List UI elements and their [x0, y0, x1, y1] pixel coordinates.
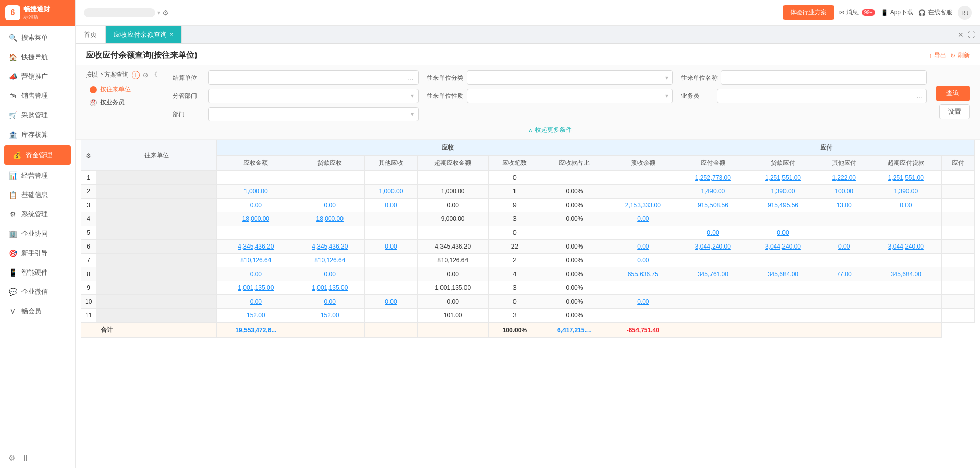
table-cell-link[interactable]: 1,390.00 — [870, 185, 942, 199]
filter-unit-nature-input[interactable]: ▾ — [467, 89, 673, 103]
table-cell-link[interactable]: 1,490.00 — [678, 185, 748, 199]
total-rec-prepay[interactable]: 6,417,215.... — [541, 323, 608, 338]
tab-active[interactable]: 应收应付余额查询 × — [106, 26, 182, 43]
table-cell-link[interactable]: 0.00 — [870, 199, 942, 212]
table-cell-link[interactable]: 77.00 — [818, 267, 870, 281]
table-cell-link[interactable]: 100.00 — [818, 185, 870, 199]
sidebar-item-system[interactable]: ⚙系统管理 — [0, 205, 75, 224]
sidebar-item-search[interactable]: 🔍搜索菜单 — [0, 28, 75, 47]
table-cell-link[interactable]: 0.00 — [295, 199, 365, 212]
table-settings-icon[interactable]: ⚙ — [86, 152, 91, 159]
user-avatar[interactable]: Rit — [958, 6, 972, 20]
table-cell-link[interactable]: 1,251,551.00 — [748, 171, 818, 185]
table-cell-link[interactable]: 345,684.00 — [870, 267, 942, 281]
table-cell-link[interactable]: 0.00 — [608, 254, 678, 267]
sidebar-item-finance[interactable]: 💰资金管理 — [4, 145, 71, 165]
table-cell-link[interactable]: 1,000.00 — [365, 185, 417, 199]
scheme-salesman[interactable]: ⏰ 按业务员 — [86, 96, 167, 109]
scheme-unit[interactable]: 按往来单位 — [86, 83, 167, 96]
table-cell-link[interactable]: 0.00 — [678, 226, 748, 240]
tab-close-icon[interactable]: × — [170, 32, 173, 37]
filter-settlement-input[interactable]: … — [208, 70, 419, 85]
table-cell-link[interactable]: 915,508.56 — [678, 199, 748, 212]
table-cell-link[interactable]: 0.00 — [217, 199, 295, 212]
collapse-scheme-btn[interactable]: 《 — [151, 70, 157, 79]
app-download-btn[interactable]: 📱 App下载 — [880, 8, 913, 17]
table-cell-link[interactable]: 152.00 — [217, 309, 295, 323]
sidebar-item-corp[interactable]: 🏢企业协同 — [0, 224, 75, 243]
sidebar-item-member[interactable]: V畅会员 — [0, 302, 75, 321]
table-cell-link[interactable]: 3,044,240.00 — [678, 240, 748, 254]
table-cell-link[interactable]: 4,345,436.20 — [295, 240, 365, 254]
table-cell-link[interactable]: 345,761.00 — [678, 267, 748, 281]
table-cell-link[interactable]: 0.00 — [608, 295, 678, 309]
filter-salesman-input[interactable]: … — [717, 89, 927, 103]
table-cell-link[interactable]: 18,000.00 — [295, 212, 365, 226]
table-cell-link[interactable]: 0.00 — [365, 199, 417, 212]
online-service-btn[interactable]: 🎧 在线客服 — [918, 8, 952, 17]
table-cell-link[interactable]: 4,345,436.20 — [217, 240, 295, 254]
table-cell-link[interactable]: 1,251,551.00 — [870, 171, 942, 185]
table-cell-link[interactable]: 0.00 — [295, 267, 365, 281]
table-cell-link[interactable]: 0.00 — [295, 295, 365, 309]
table-cell-link[interactable]: 0.00 — [818, 240, 870, 254]
table-cell-link[interactable]: 13.00 — [818, 199, 870, 212]
table-cell-link[interactable]: 1,390.00 — [748, 185, 818, 199]
table-cell-link[interactable]: 1,252,773.00 — [678, 171, 748, 185]
filter-department-input[interactable]: ▾ — [208, 107, 419, 121]
table-cell-link[interactable]: 2,153,333.00 — [608, 199, 678, 212]
settings-icon[interactable]: ⚙ — [8, 453, 15, 463]
settings-btn[interactable]: 设置 — [939, 104, 970, 119]
sidebar-item-inventory[interactable]: 🏦库存核算 — [0, 125, 75, 144]
table-cell-link[interactable]: 3,044,240.00 — [748, 240, 818, 254]
sidebar-item-sales[interactable]: 🛍销售管理 — [0, 86, 75, 106]
sidebar-item-guide[interactable]: 🎯新手引导 — [0, 243, 75, 263]
message-btn[interactable]: ✉ 消息 99+ — [839, 8, 875, 17]
edit-scheme-btn[interactable]: ⊙ — [143, 71, 148, 79]
query-btn[interactable]: 查询 — [936, 86, 970, 101]
sidebar-item-marketing[interactable]: 📣营销推广 — [0, 67, 75, 86]
collapse-icon[interactable]: ⏸ — [21, 454, 30, 463]
filter-unit-name-input[interactable] — [721, 70, 927, 85]
table-cell-link[interactable]: 0.00 — [365, 295, 417, 309]
system-icon: ⚙ — [8, 210, 17, 218]
sidebar-item-operation[interactable]: 📊经营管理 — [0, 166, 75, 185]
total-rec-amount[interactable]: 19,553,472,6... — [217, 323, 295, 338]
window-close-icon[interactable]: ✕ — [958, 31, 964, 39]
fullscreen-icon[interactable]: ⛶ — [968, 31, 975, 39]
table-cell-link[interactable]: 345,684.00 — [748, 267, 818, 281]
table-cell-link[interactable]: 0.00 — [608, 240, 678, 254]
table-cell-link[interactable]: 3,044,240.00 — [870, 240, 942, 254]
table-cell-link[interactable]: 915,495.56 — [748, 199, 818, 212]
sidebar-item-hardware[interactable]: 📱智能硬件 — [0, 263, 75, 282]
sidebar-item-quick[interactable]: 🏠快捷导航 — [0, 47, 75, 67]
table-cell-link[interactable]: 0.00 — [217, 267, 295, 281]
table-cell-link[interactable]: 1,222.00 — [818, 171, 870, 185]
industry-solution-btn[interactable]: 体验行业方案 — [783, 5, 834, 20]
table-cell-link[interactable]: 0.00 — [365, 240, 417, 254]
sidebar-item-wechat[interactable]: 💬企业微信 — [0, 282, 75, 302]
total-pay-amount[interactable]: -654,751.40 — [608, 323, 678, 338]
table-cell-link[interactable]: 655,636.75 — [608, 267, 678, 281]
collapse-filter-btn[interactable]: ∧ 收起更多条件 — [528, 126, 572, 134]
settings-icon[interactable]: ⚙ — [162, 9, 169, 17]
table-cell-link[interactable]: 1,000.00 — [217, 185, 295, 199]
sidebar-item-basic[interactable]: 📋基础信息 — [0, 185, 75, 205]
table-cell-link[interactable]: 152.00 — [295, 309, 365, 323]
filter-dept-input[interactable]: ▾ — [208, 89, 419, 103]
tab-home[interactable]: 首页 — [76, 26, 106, 43]
table-cell-link[interactable]: 18,000.00 — [217, 212, 295, 226]
table-cell-link[interactable]: 810,126.64 — [295, 254, 365, 267]
table-cell-link[interactable]: 0.00 — [748, 226, 818, 240]
export-btn[interactable]: ↑ 导出 — [929, 51, 946, 60]
table-cell-link[interactable]: 1,001,135.00 — [217, 281, 295, 295]
add-scheme-btn[interactable]: + — [132, 71, 140, 79]
table-cell-link[interactable]: 0.00 — [217, 295, 295, 309]
sidebar-item-purchase[interactable]: 🛒采购管理 — [0, 106, 75, 125]
filter-unit-category-input[interactable]: ▾ — [467, 70, 673, 85]
table-cell-link[interactable]: 0.00 — [608, 212, 678, 226]
table-settings-col[interactable]: ⚙ — [81, 140, 96, 171]
refresh-btn[interactable]: ↻ 刷新 — [950, 51, 970, 60]
table-cell-link[interactable]: 1,001,135.00 — [295, 281, 365, 295]
table-cell-link[interactable]: 810,126.64 — [217, 254, 295, 267]
